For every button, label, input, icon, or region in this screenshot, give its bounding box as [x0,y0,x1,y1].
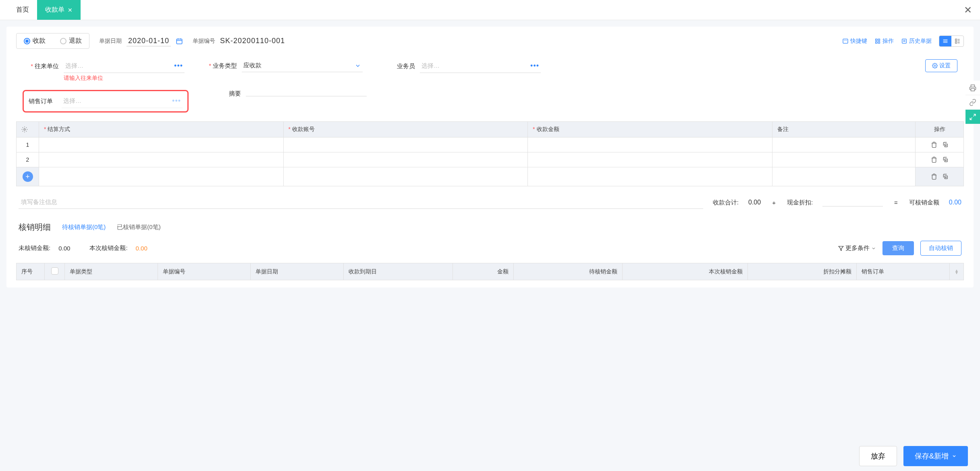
abstract-input[interactable] [246,91,367,96]
side-print-icon[interactable] [965,81,980,95]
receipt-table: *结算方式 *收款账号 *收款金额 备注 操作 1 2 [16,121,964,186]
row-num: 2 [17,152,39,167]
gear-icon [21,126,34,133]
view-toggle [939,35,964,47]
salesperson-select[interactable]: 选择… ••• [420,59,541,73]
done-tab[interactable]: 已核销单据(0笔) [117,222,160,233]
svg-rect-0 [176,39,182,44]
more-icon[interactable]: ••• [530,62,539,70]
copy-icon[interactable] [942,156,949,163]
col-gear[interactable] [17,122,39,138]
verify-table: 序号 单据类型 单据编号 单据日期 收款到期日 金额 待核销金额 本次核销金额 … [16,263,964,280]
pending-tab[interactable]: 待核销单据(0笔) [62,222,106,233]
svg-rect-4 [843,39,848,43]
query-button[interactable]: 查询 [882,241,914,255]
more-icon[interactable]: ••• [172,97,181,105]
view-detail-btn[interactable] [951,36,963,46]
operate-link[interactable]: 操作 [874,38,894,45]
partner-label: *往来单位 [23,63,59,70]
doc-num-value: SK-20200110-001 [220,37,285,45]
row-num: 1 [17,138,39,152]
doc-num-label: 单据编号 [193,38,215,45]
shortcut-link[interactable]: 快捷键 [842,38,867,45]
col-discount-share: 折扣分摊额 [747,263,857,280]
tab-receipt[interactable]: 收款单 ✕ [37,0,81,20]
col-account: *收款账号 [283,122,528,138]
biztype-label: *业务类型 [201,62,237,70]
col-amount: *收款金额 [528,122,772,138]
svg-rect-36 [971,88,975,91]
svg-line-38 [970,117,972,119]
col-due-date: 收款到期日 [344,263,453,280]
col-doc-type: 单据类型 [65,263,158,280]
col-amount: 金额 [453,263,513,280]
svg-point-25 [24,129,25,130]
col-action: 操作 [916,122,964,138]
calendar-icon[interactable] [176,38,183,45]
checkbox-icon [51,267,58,275]
col-pending: 待核销金额 [513,263,623,280]
history-link[interactable]: 历史单据 [901,38,932,45]
partner-select[interactable]: 选择… ••• [64,59,185,73]
delete-icon[interactable] [931,173,937,180]
col-checkbox[interactable] [45,263,65,280]
sales-order-highlight: 销售订单 选择… ••• [23,90,189,113]
radio-refund[interactable]: 退款 [53,33,89,48]
svg-marker-35 [839,246,843,250]
settings-button[interactable]: 设置 [925,59,957,72]
tab-home[interactable]: 首页 [8,0,37,20]
svg-rect-8 [876,39,877,40]
current-verify-value: 0.00 [136,245,147,252]
partner-error: 请输入往来单位 [64,75,185,82]
svg-rect-9 [878,39,880,40]
table-row-add: + [17,167,964,186]
add-row-button[interactable]: + [23,171,33,182]
radio-checked-icon [24,38,30,44]
current-verify-label: 本次核销金额: [89,244,127,252]
tab-receipt-label: 收款单 [45,6,64,14]
offset-label: 可核销金额 [909,199,939,206]
receipt-type-radio[interactable]: 收款 退款 [16,33,89,49]
view-list-btn[interactable] [939,36,951,46]
delete-icon[interactable] [931,156,937,163]
total-label: 收款合计: [713,199,739,206]
table-row: 2 [17,152,964,167]
sales-order-label: 销售订单 [29,98,57,105]
col-remark: 备注 [772,122,915,138]
copy-icon[interactable] [942,142,949,148]
chevron-down-icon[interactable] [355,63,361,69]
col-sort[interactable]: ▲▼ [950,263,964,280]
svg-rect-11 [878,42,880,43]
discount-label: 现金折扣: [787,199,813,206]
col-sales-order: 销售订单 [857,263,950,280]
close-icon[interactable]: ✕ [68,7,73,13]
copy-icon[interactable] [942,173,949,180]
svg-point-24 [934,65,936,67]
close-all-icon[interactable]: ✕ [964,4,972,16]
discount-input[interactable] [822,198,883,206]
svg-rect-10 [876,42,877,43]
side-link-icon[interactable] [965,95,980,110]
svg-line-37 [974,114,976,116]
more-conditions-toggle[interactable]: 更多条件 [838,244,876,252]
col-doc-date: 单据日期 [251,263,344,280]
delete-icon[interactable] [931,142,937,148]
remark-input[interactable]: 填写备注信息 [19,196,703,209]
total-value: 0.00 [748,199,761,206]
salesperson-label: 业务员 [379,63,415,70]
offset-value: 0.00 [949,199,961,206]
radio-receive[interactable]: 收款 [17,33,53,48]
abstract-label: 摘要 [205,90,241,98]
doc-date-value[interactable]: 2020-01-10 [127,36,171,46]
unverified-value: 0.00 [58,245,70,252]
col-current: 本次核销金额 [623,263,747,280]
sales-order-select[interactable]: 选择… ••• [62,94,183,108]
col-doc-num: 单据编号 [158,263,251,280]
auto-verify-button[interactable]: 自动核销 [920,241,961,256]
table-row: 1 [17,138,964,152]
radio-unchecked-icon [60,38,66,44]
side-expand-icon[interactable] [965,110,980,124]
biztype-select[interactable]: 应收款 [242,59,363,72]
verify-section-title: 核销明细 [19,222,51,233]
more-icon[interactable]: ••• [174,62,183,70]
